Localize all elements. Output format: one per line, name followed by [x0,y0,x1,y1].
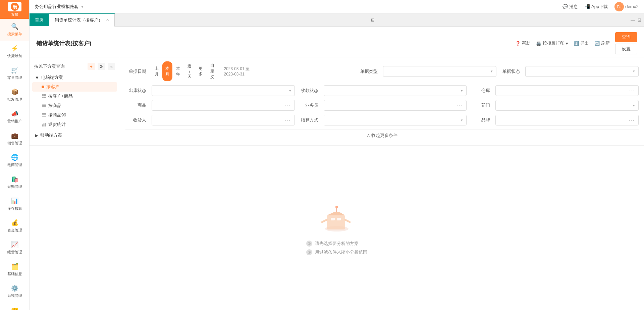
avatar: Ea [614,2,624,11]
filter-tree: ▼ 电脑端方案 按客户 按客户+商品 按商 [30,73,120,140]
tree-item-return-stat[interactable]: 退货统计 [32,120,117,129]
topbar-dropdown-arrow[interactable]: ▾ [81,4,84,9]
refresh-button[interactable]: 🔄 刷新 [594,40,610,46]
svg-rect-13 [44,123,45,126]
query-button[interactable]: 查询 [615,32,637,42]
sidebar-item-wholesale[interactable]: 📦 批发管理 [0,84,29,106]
brand-input[interactable]: ··· [495,115,639,125]
add-scheme-button[interactable]: + [88,63,95,70]
date-btn-more[interactable]: 更多 [196,61,206,81]
help-label: 帮助 [522,40,531,46]
sidebar-item-purchase[interactable]: 🛍️ 采购管理 [0,171,29,193]
sidebar-item-basic[interactable]: 🗂️ 基础信息 [0,259,29,280]
sidebar-item-sales[interactable]: 💼 销售管理 [0,128,29,150]
tab-home[interactable]: 首页 [30,13,49,27]
paystatus-input[interactable]: ▾ [324,85,467,96]
help-button[interactable]: ❓ 帮助 [515,40,531,46]
date-range-text: 2023-03-01 至 2023-03-31 [224,66,258,76]
dept-input[interactable]: ▾ [495,100,639,111]
tree-group-mobile-label[interactable]: ▶ 移动端方案 [32,131,117,140]
table2-icon [42,113,46,117]
finance-icon: 💰 [11,219,18,226]
retail-icon: 🛒 [11,66,18,74]
logo-area: 畅 标搜 [0,0,29,19]
svg-rect-3 [44,94,46,96]
tab-sales-stat[interactable]: 销货单统计表（按客户） ✕ [49,13,115,27]
doctype-input[interactable]: ▾ [383,66,496,77]
receiver-dots: ··· [285,117,291,123]
sidebar-item-enterprise[interactable]: 🤝 企业协同 [0,302,29,310]
date-btn-7days[interactable]: 近7天 [184,61,195,81]
print-button[interactable]: 🖨️ 按模板打印 ▾ [536,40,568,46]
tree-item-by-goods[interactable]: 按商品 [32,101,117,110]
settings-scheme-button[interactable]: ⚙ [98,63,105,70]
date-btn-custom[interactable]: 自定义 [206,61,218,81]
sidebar-item-finance[interactable]: 💰 资金管理 [0,215,29,237]
salesman-input[interactable]: ··· [324,100,467,111]
collapse-bar[interactable]: ∧ 收起更多条件 [125,130,639,141]
goods-input[interactable]: ··· [152,100,295,111]
tree-item-by-customer-label: 按客户 [46,84,59,90]
date-btn-lastmonth[interactable]: 上月 [152,61,162,81]
tree-item-by-goods99[interactable]: 按商品99 [32,110,117,120]
page-header: 销货单统计表(按客户) ❓ 帮助 🖨️ 按模板打印 ▾ ⬇️ 导出 🔄 刷新 [30,27,644,57]
help-icon: ❓ [515,41,521,46]
tree-item-customer-goods[interactable]: 按客户+商品 [32,92,117,101]
tab-expand-button[interactable]: ⊞ [367,17,379,22]
tabbar: 首页 销货单统计表（按客户） ✕ ⊞ — ⊡ [30,13,644,27]
empty-hint-2: ② 用过滤条件来缩小分析范围 [306,249,367,255]
docstatus-arrow: ▾ [633,69,635,73]
brand-label: 品牌 [469,117,493,123]
print-arrow: ▾ [566,41,568,46]
window-max-icon[interactable]: ⊡ [638,17,641,22]
svg-rect-14 [45,123,46,126]
sidebar-item-ecommerce[interactable]: 🌐 电商管理 [0,150,29,171]
topbar: 办公用品行业模拟账套 ▾ 💬 消息 📲 App下载 Ea demo2 [30,0,644,13]
docstatus-input[interactable]: ▾ [525,66,639,77]
payment-input[interactable]: ▾ [324,115,467,125]
sidebar-item-inventory[interactable]: 📊 库存核算 [0,193,29,215]
settings-button[interactable]: 设置 [615,44,637,54]
sidebar: 畅 标搜 🔍 搜索菜单 ⚡ 快捷导航 🛒 零售管理 📦 批发管理 📣 营销推广 … [0,0,30,310]
export-button[interactable]: ⬇️ 导出 [574,40,589,46]
sidebar-item-operation[interactable]: 📈 经营管理 [0,237,29,259]
download-icon: 📲 [585,4,590,9]
tree-item-customer-goods-label: 按客户+商品 [48,93,73,99]
hint-num-2: ② [306,249,312,255]
window-min-icon[interactable]: — [631,17,635,22]
paystatus-label: 收款状态 [298,88,321,94]
logo-text: 标搜 [11,12,18,17]
outstatus-input[interactable]: ▾ [152,85,295,96]
svg-rect-9 [42,113,46,114]
date-btn-thismonth[interactable]: 本月 [162,61,172,81]
tab-sales-stat-label: 销货单统计表（按客户） [55,17,103,23]
payment-arrow: ▾ [461,118,463,122]
tree-group-pc-label[interactable]: ▼ 电脑端方案 [32,73,117,82]
tree-item-by-customer[interactable]: 按客户 [32,82,117,92]
app-download-button[interactable]: 📲 App下载 [585,4,608,10]
inventory-icon: 📊 [11,197,18,205]
tree-group-mobile: ▶ 移动端方案 [32,131,117,140]
user-profile-button[interactable]: Ea demo2 [614,2,639,11]
collapse-sidebar-button[interactable]: « [108,63,115,70]
warehouse-input[interactable]: ··· [495,85,639,96]
tab-close-icon[interactable]: ✕ [106,18,109,22]
tab-home-label: 首页 [35,17,44,23]
sidebar-item-search[interactable]: 🔍 搜索菜单 [0,19,29,41]
receiver-input[interactable]: ··· [152,115,295,125]
app-download-label: App下载 [591,4,608,10]
sidebar-item-marketing[interactable]: 📣 营销推广 [0,106,29,128]
sidebar-item-quicknav[interactable]: ⚡ 快捷导航 [0,41,29,62]
tree-group-mobile-text: 移动端方案 [40,132,62,138]
outstatus-arrow: ▾ [289,89,291,93]
warehouse-dots: ··· [629,88,635,93]
filter-sidebar-title: 按以下方案查询 [34,63,65,69]
search-icon: 🔍 [11,23,18,30]
sidebar-item-system[interactable]: ⚙️ 系统管理 [0,280,29,302]
date-btn-thisyear[interactable]: 本年 [173,61,183,81]
messages-button[interactable]: 💬 消息 [562,4,578,10]
table-icon [42,103,46,108]
date-label: 单据日期 [125,68,149,74]
empty-hints: ① 请先选择要分析的方案 ② 用过滤条件来缩小分析范围 [306,241,367,255]
sidebar-item-retail[interactable]: 🛒 零售管理 [0,62,29,84]
